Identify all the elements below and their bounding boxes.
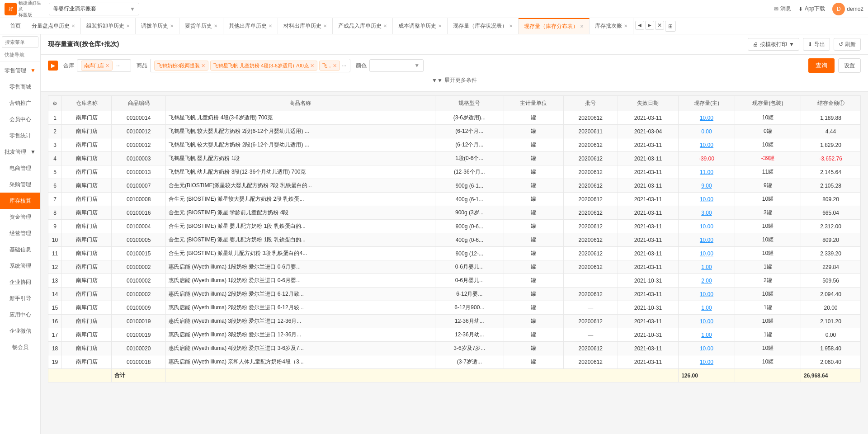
tab-product-in-history[interactable]: 产成品入库单历史 ✕ xyxy=(333,18,393,34)
tab-split-history[interactable]: 分量盘点单历史 ✕ xyxy=(26,18,81,34)
sidebar-item-member[interactable]: 会员中心 xyxy=(0,111,40,127)
tab-batch-account[interactable]: 库存批次账 ✕ xyxy=(590,18,633,34)
cell-amount: 20.00 xyxy=(801,301,861,315)
tab-close-icon[interactable]: ✕ xyxy=(269,24,272,28)
sidebar-item-retail-shop[interactable]: 零售商城 xyxy=(0,79,40,95)
sidebar-item-ecommerce[interactable]: 电商管理 xyxy=(0,160,40,176)
tab-close-icon[interactable]: ✕ xyxy=(214,24,217,28)
tab-disassemble-history[interactable]: 组装拆卸单历史 ✕ xyxy=(81,18,136,34)
tab-req-history[interactable]: 要货单历史 ✕ xyxy=(179,18,223,34)
sidebar-item-marketing[interactable]: 营销推广 xyxy=(0,95,40,111)
tab-cost-adjust-history[interactable]: 成本调整单历史 ✕ xyxy=(393,18,448,34)
cell-qty-main[interactable]: 1.00 xyxy=(679,260,735,274)
query-button[interactable]: 查询 xyxy=(808,58,835,73)
tab-adjust-history[interactable]: 调拨单历史 ✕ xyxy=(136,18,179,34)
cell-spec: (6-12个月... xyxy=(435,125,504,138)
cell-qty-main[interactable]: 2.00 xyxy=(679,274,735,288)
tab-inventory-status[interactable]: 现存量（库存状况表） ✕ xyxy=(448,18,519,34)
cell-qty-main[interactable]: 3.00 xyxy=(679,206,735,220)
cell-name: 飞鹤星飞帆 较大婴儿配方奶粉 2段(6-12个月婴幼儿适用) ... xyxy=(166,125,435,138)
account-dropdown[interactable]: 母婴行业演示账套 ▼ xyxy=(49,3,139,15)
sidebar-item-finance[interactable]: 资金管理 xyxy=(0,209,40,225)
cell-amount: 2,312.00 xyxy=(801,220,861,233)
ellipsis-btn[interactable]: ··· xyxy=(116,62,121,69)
refresh-button[interactable]: ↺ 刷新 xyxy=(834,38,861,51)
cell-code: 00100014 xyxy=(112,111,166,125)
sidebar-item-purchase[interactable]: 采购管理 xyxy=(0,176,40,193)
table-row: 12 南库门店 00100002 惠氏启能 (Wyeth illuma) 1段奶… xyxy=(48,260,861,274)
cell-qty-main[interactable]: 1.00 xyxy=(679,301,735,315)
cell-qty-main[interactable]: 1.00 xyxy=(679,328,735,342)
tab-next-button[interactable]: ▶ xyxy=(645,21,654,30)
filter-expand-toggle[interactable]: ▶ xyxy=(48,61,58,71)
cell-qty-main[interactable]: 11.00 xyxy=(679,165,735,179)
search-menu-input[interactable] xyxy=(2,36,38,48)
tab-close-icon[interactable]: ✕ xyxy=(126,24,130,28)
sidebar-item-retail-mgmt[interactable]: 零售管理 ▼ xyxy=(0,62,40,79)
tab-home[interactable]: 首页 xyxy=(5,22,26,30)
tab-material-out-history[interactable]: 材料出库单历史 ✕ xyxy=(278,18,333,34)
user-profile[interactable]: D demo2 xyxy=(832,3,863,15)
tab-close-icon[interactable]: ✕ xyxy=(624,24,627,28)
sidebar-item-enterprise[interactable]: 企业协同 xyxy=(0,274,40,290)
cell-qty-main[interactable]: 0.00 xyxy=(679,125,735,138)
cell-qty-main[interactable]: 10.00 xyxy=(679,220,735,233)
tab-expand-button[interactable]: ⊞ xyxy=(665,21,676,32)
content-area: 现存量查询(按仓库+批次) 🖨 按模板打印 ▼ ⬇ 导出 ↺ 刷新 xyxy=(41,34,868,434)
tab-inventory-dist[interactable]: 现存量（库存分布表） ✕ xyxy=(519,18,590,34)
tab-prev-button[interactable]: ◀ xyxy=(635,21,644,30)
sidebar-item-new-guide[interactable]: 新手引导 xyxy=(0,290,40,307)
cell-expire: 2021-03-11 xyxy=(618,111,678,125)
tab-other-out-history[interactable]: 其他出库单历史 ✕ xyxy=(223,18,278,34)
color-field[interactable]: ▼ xyxy=(369,59,424,72)
sidebar-item-inventory[interactable]: 库存核算 xyxy=(0,193,40,209)
cell-qty-main[interactable]: 10.00 xyxy=(679,342,735,355)
sidebar-item-basic-info[interactable]: 基础信息 xyxy=(0,241,40,258)
cell-unit: 罐 xyxy=(504,288,563,301)
tab-close-icon[interactable]: ✕ xyxy=(170,24,174,28)
app-download-button[interactable]: ⬇ App下载 xyxy=(798,5,825,13)
cell-qty-main[interactable]: 10.00 xyxy=(679,193,735,206)
tab-close-icon[interactable]: ✕ xyxy=(580,24,584,29)
cell-qty-main[interactable]: 10.00 xyxy=(679,315,735,328)
tab-close-icon[interactable]: ✕ xyxy=(71,24,75,28)
tab-close-icon[interactable]: ✕ xyxy=(438,24,442,28)
cell-qty-main[interactable]: 10.00 xyxy=(679,288,735,301)
sidebar-item-member2[interactable]: 畅会员 xyxy=(0,339,40,355)
sidebar-item-wholesale[interactable]: 批发管理 ▼ xyxy=(0,144,40,160)
message-icon: ✉ xyxy=(774,6,778,12)
sidebar-item-retail-stats[interactable]: 零售统计 xyxy=(0,127,40,144)
product-field[interactable]: 飞鹤奶粉3段两提装 ✕ 飞鹤星飞帆 儿童奶粉 4段(3-6岁适用) 700克 ✕… xyxy=(150,59,350,72)
logo-icon: 好 xyxy=(5,3,17,15)
message-button[interactable]: ✉ 消息 xyxy=(774,5,791,13)
template-print-button[interactable]: 🖨 按模板打印 ▼ xyxy=(748,38,799,51)
tab-close-icon[interactable]: ✕ xyxy=(509,24,513,28)
cell-warehouse: 南库门店 xyxy=(62,138,112,152)
tag-close-icon[interactable]: ✕ xyxy=(201,63,205,69)
cell-qty-main[interactable]: 10.00 xyxy=(679,138,735,152)
export-button[interactable]: ⬇ 导出 xyxy=(803,38,830,51)
ellipsis-btn[interactable]: ··· xyxy=(342,62,346,69)
cell-code: 00100019 xyxy=(112,315,166,328)
cell-qty-main[interactable]: 10.00 xyxy=(679,355,735,369)
sidebar-item-operations[interactable]: 经营管理 xyxy=(0,225,40,241)
cell-expire: 2021-03-11 xyxy=(618,260,678,274)
tag-close-icon[interactable]: ✕ xyxy=(105,63,109,69)
tab-close-all-button[interactable]: ✕ xyxy=(655,21,664,30)
sidebar-item-system[interactable]: 系统管理 xyxy=(0,258,40,274)
setting-button[interactable]: 设置 xyxy=(838,58,861,73)
cell-qty-main[interactable]: 10.00 xyxy=(679,233,735,247)
warehouse-field[interactable]: 南库门店 ✕ ··· xyxy=(77,59,131,72)
tag-close-icon[interactable]: ✕ xyxy=(310,63,314,69)
chevron-down-icon: ▼ xyxy=(789,41,794,47)
cell-qty-main[interactable]: 9.00 xyxy=(679,179,735,193)
sidebar-item-enterprise-wechat[interactable]: 企业微信 xyxy=(0,323,40,339)
cell-warehouse: 南库门店 xyxy=(62,152,112,165)
tag-close-icon[interactable]: ✕ xyxy=(333,63,337,69)
cell-qty-main[interactable]: 10.00 xyxy=(679,111,735,125)
sidebar-item-app-center[interactable]: 应用中心 xyxy=(0,307,40,323)
tab-close-icon[interactable]: ✕ xyxy=(383,24,387,28)
cell-qty-main[interactable]: 10.00 xyxy=(679,247,735,260)
expand-more-btn[interactable]: ▼▼ 展开更多条件 xyxy=(428,75,481,86)
tab-close-icon[interactable]: ✕ xyxy=(323,24,327,28)
